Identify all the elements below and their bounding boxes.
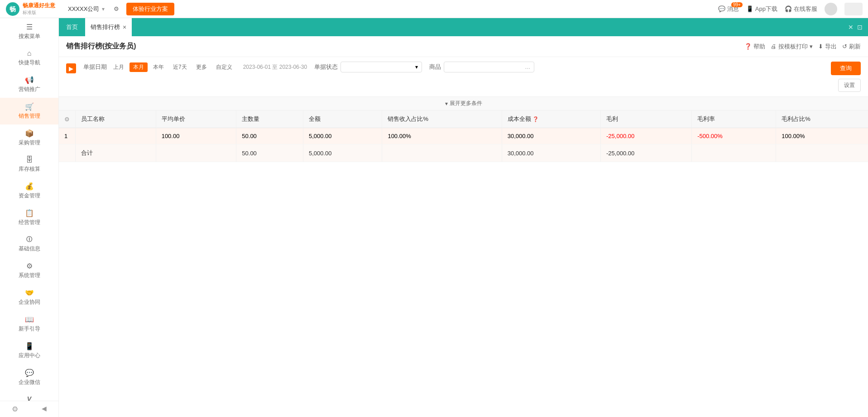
tab-minimize-icon[interactable]: ✕ — [848, 24, 854, 31]
status-filter: 单据状态 ▾ — [314, 62, 422, 72]
top-right-actions: 💬 消息 99+ 📱 App下载 🎧 在线客服 — [718, 3, 863, 15]
status-select[interactable]: ▾ — [340, 62, 422, 72]
sidebar-collapse-icon[interactable]: ◀ — [42, 405, 47, 413]
date-tab-current-year[interactable]: 本年 — [149, 62, 168, 72]
cost-help-icon[interactable]: ❓ — [532, 116, 539, 122]
cell-sales-pct: 100.00% — [382, 128, 502, 144]
sidebar-item-marketing[interactable]: 📢 营销推广 — [0, 71, 58, 98]
col-name: 员工名称 — [76, 110, 156, 128]
sidebar-item-enterprise[interactable]: 🤝 企业协同 — [0, 284, 58, 311]
template-print-button[interactable]: 🖨 按模板打印 ▾ — [771, 43, 813, 51]
col-avg-price: 平均单价 — [156, 110, 236, 128]
help-button[interactable]: ❓ 帮助 — [744, 43, 765, 51]
date-tab-last-month[interactable]: 上月 — [110, 62, 128, 72]
filter-toggle-button[interactable]: ▶ — [66, 63, 76, 73]
sidebar-item-inventory[interactable]: 🗄 库存核算 — [0, 151, 58, 177]
guide-icon: 📖 — [25, 315, 34, 324]
app-center-icon: 📱 — [25, 342, 34, 350]
message-badge: 99+ — [731, 2, 743, 7]
app-download-button[interactable]: 📱 App下载 — [746, 5, 777, 13]
message-button[interactable]: 💬 消息 99+ — [718, 5, 739, 13]
footer-label: 合计 — [76, 144, 156, 162]
date-tab-more[interactable]: 更多 — [192, 62, 211, 72]
chevron-down-icon: ▾ — [102, 6, 105, 12]
inventory-icon: 🗄 — [26, 156, 33, 164]
avatar[interactable] — [825, 3, 837, 15]
tab-maximize-icon[interactable]: ⊡ — [857, 24, 863, 31]
sidebar-item-sales[interactable]: 🛒 销售管理 — [0, 98, 58, 125]
goods-filter: 商品 … — [429, 62, 534, 72]
sidebar-item-label: 系统管理 — [19, 272, 40, 279]
expand-bar: ▾ 展开更多条件 — [59, 97, 868, 110]
sidebar-item-system[interactable]: ⚙ 系统管理 — [0, 257, 58, 284]
goods-label: 商品 — [429, 63, 441, 71]
app-logo: 畅 — [5, 2, 20, 16]
settings-icon[interactable]: ⚙ — [110, 3, 123, 15]
col-qty: 主数量 — [236, 110, 303, 128]
date-tab-custom[interactable]: 自定义 — [212, 62, 236, 72]
company-selector[interactable]: XXXXX公司 ▾ — [64, 3, 108, 15]
purchase-icon: 📦 — [25, 129, 34, 138]
print-icon: 🖨 — [771, 43, 777, 50]
sidebar-item-label: 资金管理 — [19, 192, 40, 200]
column-settings-button[interactable]: 设置 — [838, 79, 861, 92]
col-profit: 毛利 — [601, 110, 692, 128]
sidebar-settings-icon[interactable]: ⚙ — [12, 405, 18, 413]
sidebar-item-guide[interactable]: 📖 新手引导 — [0, 311, 58, 337]
tab-bar: 首页 销售排行榜 × ✕ ⊡ — [59, 18, 868, 36]
tab-label: 销售排行榜 — [91, 23, 120, 31]
expand-conditions-button[interactable]: ▾ 展开更多条件 — [445, 100, 482, 107]
goods-more-icon: … — [525, 64, 530, 70]
sidebar-item-label: 应用中心 — [19, 352, 40, 359]
sidebar-item-quick-nav[interactable]: ⌂ 快捷导航 — [0, 45, 58, 71]
footer-sales-pct — [382, 144, 502, 162]
sidebar-item-label: 采购管理 — [19, 139, 40, 147]
app-container: 畅 畅康通好生意 标准版 XXXXX公司 ▾ ⚙ 体验行业方案 💬 消息 99+… — [0, 0, 868, 417]
refresh-button[interactable]: ↺ 刷新 — [842, 43, 861, 51]
member-icon: V — [27, 395, 31, 401]
col-sales-pct: 销售收入占比% — [382, 110, 502, 128]
page-header: 销售排行榜(按业务员) ❓ 帮助 🖨 按模板打印 ▾ ⬇ — [59, 36, 868, 57]
sidebar-item-wechat[interactable]: 💬 企业微信 — [0, 364, 58, 391]
cell-qty: 50.00 — [236, 128, 303, 144]
sidebar-bottom: ⚙ ◀ — [0, 401, 58, 417]
trial-button[interactable]: 体验行业方案 — [126, 3, 174, 15]
tab-right-controls: ✕ ⊡ — [848, 24, 868, 31]
sidebar-item-finance[interactable]: 💰 资金管理 — [0, 177, 58, 204]
wechat-icon: 💬 — [25, 369, 34, 377]
date-tab-current-month[interactable]: 本月 — [129, 62, 148, 72]
home-icon: ⌂ — [27, 49, 32, 58]
goods-input[interactable]: … — [444, 62, 534, 72]
col-settings[interactable]: ⚙ — [59, 110, 76, 128]
tab-close-icon[interactable]: × — [123, 24, 126, 31]
export-icon: ⬇ — [818, 43, 823, 50]
sidebar-item-basic-info[interactable]: Ⓘ 基础信息 — [0, 231, 58, 257]
cell-profit: -25,000.00 — [601, 128, 692, 144]
date-tab-7days[interactable]: 近7天 — [169, 62, 191, 72]
footer-qty: 50.00 — [236, 144, 303, 162]
date-range-display: 2023-06-01 至 2023-06-30 — [243, 63, 307, 71]
footer-cost: 30,000.00 — [502, 144, 600, 162]
company-name: XXXXX公司 — [68, 5, 99, 13]
sidebar-item-app-center[interactable]: 📱 应用中心 — [0, 337, 58, 364]
footer-profit: -25,000.00 — [601, 144, 692, 162]
sidebar-item-operations[interactable]: 📋 经营管理 — [0, 204, 58, 231]
date-tab-group: 上月 本月 本年 近7天 更多 自定义 — [110, 62, 236, 72]
message-icon: 💬 — [718, 5, 725, 12]
tab-home[interactable]: 首页 — [59, 18, 85, 36]
tab-sales-ranking[interactable]: 销售排行榜 × — [85, 18, 132, 36]
sidebar-nav: ☰ 搜索菜单 ⌂ 快捷导航 📢 营销推广 🛒 销售管理 📦 采购管理 — [0, 18, 58, 401]
cell-profit-pct: 100.00% — [776, 128, 868, 144]
sidebar-item-member[interactable]: V 畅会员 — [0, 391, 58, 401]
online-service-button[interactable]: 🎧 在线客服 — [785, 5, 817, 13]
operations-icon: 📋 — [25, 209, 34, 217]
export-button[interactable]: ⬇ 导出 — [818, 43, 837, 51]
finance-icon: 💰 — [25, 182, 34, 191]
header-actions: ❓ 帮助 🖨 按模板打印 ▾ ⬇ 导出 ↺ — [744, 43, 861, 51]
table-footer-row: 合计 50.00 5,000.00 30,000.00 -25,000.00 — [59, 144, 868, 162]
sidebar-item-purchase[interactable]: 📦 采购管理 — [0, 125, 58, 151]
cell-name — [76, 128, 156, 144]
sidebar-item-search-menu[interactable]: ☰ 搜索菜单 — [0, 18, 58, 45]
cell-amount: 5,000.00 — [303, 128, 382, 144]
query-button[interactable]: 查询 — [831, 62, 861, 75]
